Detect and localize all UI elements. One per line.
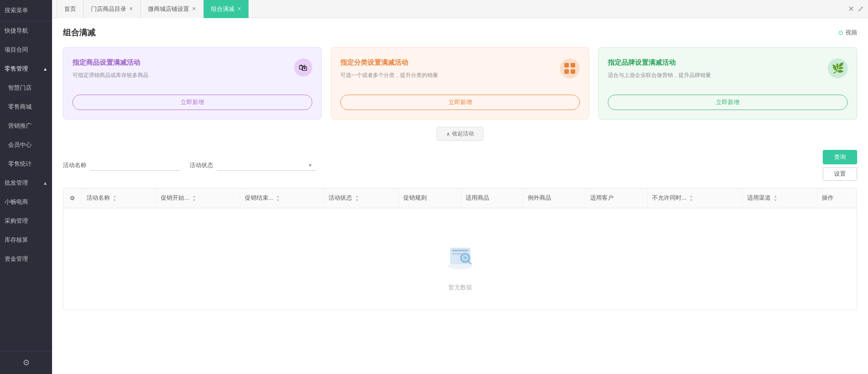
brand-card: 指定品牌设置满减活动 适合与上游企业联合做营销，提升品牌销量 🌿 立即新增 xyxy=(598,47,857,120)
video-link[interactable]: ⊙ 视频 xyxy=(838,29,857,37)
table-header-promo-end[interactable]: 促销结束... ▲▼ xyxy=(240,188,324,208)
activity-name-input[interactable] xyxy=(90,160,181,171)
brand-card-desc: 适合与上游企业联合做营销，提升品牌销量 xyxy=(608,72,848,86)
svg-rect-4 xyxy=(571,63,575,67)
filter-row: 活动名称 活动状态 ▼ 查询 设置 xyxy=(63,150,857,181)
sidebar-item-capital[interactable]: 资金管理 xyxy=(0,249,52,269)
sidebar-item-marketing[interactable]: 营销推广 xyxy=(0,116,52,135)
empty-state: 暂无数据 xyxy=(63,208,857,310)
tab-combo-discount[interactable]: 组合满减 ✕ xyxy=(204,0,249,18)
content-area: 组合满减 ⊙ 视频 指定商品设置满减活动 可指定滞销商品或库存较多商品 🛍 立即… xyxy=(52,18,868,374)
empty-state-icon xyxy=(440,235,481,276)
sort-icon: ▲▼ xyxy=(113,194,116,202)
product-card-desc: 可指定滞销商品或库存较多商品 xyxy=(72,72,312,86)
table-wrapper: ⚙ 活动名称 ▲▼ 促销开始... ▲▼ 促销结束... ▲▼ xyxy=(63,188,857,310)
activity-name-filter: 活动名称 xyxy=(63,160,181,171)
product-card-title: 指定商品设置满减活动 xyxy=(72,58,312,67)
page-title: 组合满减 xyxy=(63,27,95,38)
close-combo-discount[interactable]: ✕ xyxy=(237,6,241,12)
table-header-activity-status[interactable]: 活动状态 ▲▼ xyxy=(324,188,399,208)
sort-icon: ▲▼ xyxy=(192,194,196,202)
query-button[interactable]: 查询 xyxy=(823,150,857,164)
activity-status-filter: 活动状态 ▼ xyxy=(190,160,316,171)
category-card-icon xyxy=(560,58,580,82)
table-header-applicable-customer: 适用客户 xyxy=(585,188,648,208)
table-header-applicable-goods: 适用商品 xyxy=(461,188,523,208)
table-header-not-allow-concurrent[interactable]: 不允许同时... ▲▼ xyxy=(648,188,743,208)
brand-card-title: 指定品牌设置满减活动 xyxy=(608,58,848,67)
settings-button[interactable]: 设置 xyxy=(823,167,857,181)
close-wechat-store-settings[interactable]: ✕ xyxy=(192,6,196,12)
wholesale-arrow: ▲ xyxy=(43,181,48,186)
sort-icon: ▲▼ xyxy=(355,194,359,202)
category-card-title: 指定分类设置满减活动 xyxy=(340,58,580,67)
category-card-btn[interactable]: 立即新增 xyxy=(340,95,580,110)
sidebar-item-project-contract[interactable]: 项目合同 xyxy=(0,40,52,59)
product-card-icon: 🛍 xyxy=(294,58,312,80)
cards-row: 指定商品设置满减活动 可指定滞销商品或库存较多商品 🛍 立即新增 指定分类设置满… xyxy=(63,47,857,120)
sidebar-item-retail-mall[interactable]: 零售商城 xyxy=(0,97,52,116)
collapse-chevron-icon: ∧ xyxy=(446,131,450,137)
table-header-activity-name[interactable]: 活动名称 ▲▼ xyxy=(81,188,156,208)
table-header-promo-start[interactable]: 促销开始... ▲▼ xyxy=(156,188,240,208)
activity-name-label: 活动名称 xyxy=(63,161,86,169)
sidebar-item-member-center[interactable]: 会员中心 xyxy=(0,135,52,154)
sort-icon: ▲▼ xyxy=(774,194,777,202)
svg-rect-5 xyxy=(564,69,569,74)
activity-status-label: 活动状态 xyxy=(190,161,213,169)
table-header-gear[interactable]: ⚙ xyxy=(63,188,81,208)
svg-text:🌿: 🌿 xyxy=(832,62,844,74)
collapse-btn[interactable]: ∧ 收起活动 xyxy=(437,127,483,141)
filter-actions: 查询 设置 xyxy=(823,150,857,181)
sidebar-item-wholesale-mgmt[interactable]: 批发管理 ▲ xyxy=(0,173,52,192)
sidebar-search[interactable]: 搜索菜单 xyxy=(0,0,52,21)
table-header-applicable-channel[interactable]: 适用渠道 ▲▼ xyxy=(742,188,817,208)
sidebar: 搜索菜单 快捷导航 项目合同 零售管理 ▲ 智慧门店 零售商城 营销推广 会员中… xyxy=(0,0,52,374)
svg-text:🛍: 🛍 xyxy=(299,62,308,72)
category-card: 指定分类设置满减活动 可选一个或者多个分类，提升分类的销量 立即新增 xyxy=(331,47,590,120)
sidebar-item-retail-stats[interactable]: 零售统计 xyxy=(0,154,52,173)
tab-wechat-store-settings[interactable]: 微商城店铺设置 ✕ xyxy=(141,0,204,18)
table-header-operation: 操作 xyxy=(817,188,857,208)
svg-point-2 xyxy=(560,58,580,78)
table-header-row: ⚙ 活动名称 ▲▼ 促销开始... ▲▼ 促销结束... ▲▼ xyxy=(63,188,857,208)
brand-card-btn[interactable]: 立即新增 xyxy=(608,95,848,110)
category-card-desc: 可选一个或者多个分类，提升分类的销量 xyxy=(340,72,580,86)
window-maximize-icon[interactable]: ⤢ xyxy=(858,5,863,13)
tab-store-catalog[interactable]: 门店商品目录 ✕ xyxy=(84,0,141,18)
activity-status-select-wrapper: ▼ xyxy=(217,160,316,171)
play-icon: ⊙ xyxy=(838,29,844,36)
sidebar-item-smart-store[interactable]: 智慧门店 xyxy=(0,78,52,97)
product-card-btn[interactable]: 立即新增 xyxy=(72,95,312,110)
svg-rect-3 xyxy=(564,63,569,67)
svg-rect-6 xyxy=(571,69,575,74)
table-header-promo-rule: 促销规则 xyxy=(399,188,461,208)
close-store-catalog[interactable]: ✕ xyxy=(129,6,133,12)
retail-mgmt-arrow: ▲ xyxy=(43,67,48,72)
data-table: ⚙ 活动名称 ▲▼ 促销开始... ▲▼ 促销结束... ▲▼ xyxy=(63,188,857,310)
settings-icon[interactable]: ⚙ xyxy=(23,358,30,368)
sort-icon: ▲▼ xyxy=(276,194,280,202)
activity-status-select[interactable] xyxy=(217,160,316,171)
svg-rect-11 xyxy=(452,249,468,251)
table-header-exception-goods: 例外商品 xyxy=(523,188,586,208)
sidebar-item-purchase[interactable]: 采购管理 xyxy=(0,211,52,230)
page-header: 组合满减 ⊙ 视频 xyxy=(63,27,857,38)
tab-home[interactable]: 首页 xyxy=(57,0,84,18)
tab-actions: ✕ ⤢ xyxy=(848,5,863,13)
main-area: 首页 门店商品目录 ✕ 微商城店铺设置 ✕ 组合满减 ✕ ✕ ⤢ 组合满减 ⊙ … xyxy=(52,0,868,374)
sidebar-item-retail-mgmt[interactable]: 零售管理 ▲ xyxy=(0,59,52,78)
tabbar: 首页 门店商品目录 ✕ 微商城店铺设置 ✕ 组合满减 ✕ ✕ ⤢ xyxy=(52,0,868,18)
sort-icon: ▲▼ xyxy=(690,194,693,202)
brand-card-icon: 🌿 xyxy=(828,58,848,82)
empty-text: 暂无数据 xyxy=(448,283,472,292)
sidebar-item-xiaochang[interactable]: 小畅电商 xyxy=(0,192,52,211)
sidebar-item-quick-nav[interactable]: 快捷导航 xyxy=(0,21,52,40)
gear-icon: ⚙ xyxy=(70,195,75,201)
sidebar-item-inventory[interactable]: 库存核算 xyxy=(0,230,52,249)
sidebar-bottom: ⚙ xyxy=(0,351,52,374)
empty-state-row: 暂无数据 xyxy=(63,208,857,310)
product-card: 指定商品设置满减活动 可指定滞销商品或库存较多商品 🛍 立即新增 xyxy=(63,47,322,120)
table-body: 暂无数据 xyxy=(63,208,857,310)
window-close-icon[interactable]: ✕ xyxy=(848,5,854,13)
